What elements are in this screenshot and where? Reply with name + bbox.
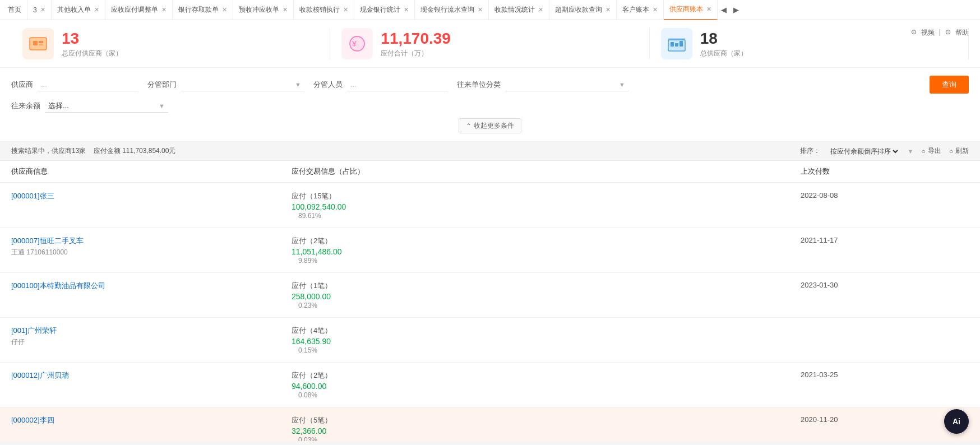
last-pay-cell-6: 2020-11-20 (801, 415, 969, 424)
close-prepay-charge[interactable]: ✕ (283, 6, 288, 13)
close-tab3[interactable]: ✕ (40, 6, 45, 13)
supplier-sub-2: 王通 17106110000 (11, 248, 292, 257)
supplier-input[interactable] (38, 78, 138, 91)
supplier-cell-6: [000002]李四 (11, 415, 292, 425)
supplier-filter-label: 供应商 (11, 80, 33, 90)
supplier-link-3[interactable]: [000100]本特勤油品有限公司 (11, 281, 105, 290)
nav-bank-deposit[interactable]: 银行存取款单 ✕ (173, 0, 233, 20)
col-supplier-info: 供应商信息 (11, 166, 292, 177)
supplier-link-6[interactable]: [000002]李四 (11, 416, 54, 424)
filter-row-2: 往来余额 选择... ▼ (11, 99, 969, 113)
total-suppliers-icon (661, 28, 692, 59)
separator: | (939, 28, 941, 38)
total-suppliers-label: 总供应商（家） (700, 49, 747, 58)
result-count: 搜索结果中，供应商13家 (11, 147, 86, 155)
collapse-button[interactable]: ⌃ 收起更多条件 (459, 118, 521, 133)
payable-cell-4: 应付（4笔） 164,635.90 0.15% (292, 326, 801, 354)
top-navigation: 首页 3 ✕ 其他收入单 ✕ 应收应付调整单 ✕ 银行存取款单 ✕ 预收冲应收单… (0, 0, 980, 20)
svg-text:¥: ¥ (352, 39, 357, 48)
dept-select[interactable] (181, 78, 304, 91)
nav-home[interactable]: 首页 (2, 0, 27, 20)
filter-section: 供应商 分管部门 ▼ 分管人员 往来单位分类 ▼ 查询 (0, 68, 980, 142)
nav-receipt-verify[interactable]: 收款核销执行 ✕ (294, 0, 354, 20)
filter-balance: 往来余额 选择... ▼ (11, 99, 168, 113)
export-button[interactable]: ○ 导出 (922, 146, 941, 156)
table-row: [000002]李四 应付（5笔） 32,366.00 0.03% 2020-1… (0, 407, 980, 441)
sort-label: 排序： (800, 146, 820, 156)
category-filter-label: 往来单位分类 (457, 80, 501, 90)
col-payable-info: 应付交易信息（占比） (292, 166, 801, 177)
nav-prev[interactable]: ◀ (718, 0, 730, 20)
table-row: [001]广州荣轩 仔仔 应付（4笔） 164,635.90 0.15% (0, 318, 980, 363)
video-link[interactable]: 视频 (921, 28, 935, 38)
person-input[interactable] (347, 78, 448, 91)
video-icon: ⊙ (911, 28, 917, 38)
close-overdue-query[interactable]: ✕ (605, 6, 611, 13)
close-customer-ledger[interactable]: ✕ (653, 6, 658, 13)
nav-receipt-stat[interactable]: 收款情况统计 ✕ (489, 0, 549, 20)
help-icon: ⊙ (945, 28, 951, 38)
query-button[interactable]: 查询 (930, 76, 969, 94)
close-cash-bank-stat[interactable]: ✕ (404, 6, 409, 13)
summary-bar: 13 总应付供应商（家） ¥ 11,170.39 应付合计（万） (0, 20, 980, 68)
supplier-sub-4: 仔仔 (11, 337, 292, 347)
payable-text: 11,170.39 应付合计（万） (381, 29, 451, 59)
collapse-up-icon: ⌃ (466, 122, 471, 130)
suppliers-label: 总应付供应商（家） (62, 49, 122, 58)
help-link[interactable]: 帮助 (955, 28, 969, 38)
payable-icon: ¥ (341, 28, 373, 59)
close-other-income[interactable]: ✕ (94, 6, 99, 13)
refresh-icon: ○ (949, 147, 953, 155)
balance-select[interactable]: 选择... (45, 99, 168, 113)
total-suppliers-number: 18 (700, 29, 747, 48)
close-supplier-ledger[interactable]: ✕ (706, 6, 711, 13)
payable-cell-2: 应付（2笔） 11,051,486.00 9.89% (292, 236, 801, 265)
nav-cash-flow[interactable]: 现金银行流水查询 ✕ (415, 0, 489, 20)
table-row: [000100]本特勤油品有限公司 应付（1笔） 258,000.00 0.23… (0, 273, 980, 318)
filter-category: 往来单位分类 ▼ (457, 78, 628, 91)
supplier-cell-4: [001]广州荣轩 仔仔 (11, 326, 292, 347)
supplier-cell-5: [000012]广州贝瑞 (11, 370, 292, 381)
nav-next[interactable]: ▶ (730, 0, 742, 20)
close-receipt-verify[interactable]: ✕ (343, 6, 348, 13)
nav-other-income[interactable]: 其他收入单 ✕ (52, 0, 105, 20)
nav-ar-ap-adjust[interactable]: 应收应付调整单 ✕ (105, 0, 173, 20)
sort-select[interactable]: 按应付余额倒序排序 (828, 147, 900, 156)
category-select-wrapper: ▼ (505, 78, 628, 91)
supplier-cell-1: [000001]张三 (11, 191, 292, 201)
nav-customer-ledger[interactable]: 客户账本 ✕ (617, 0, 664, 20)
suppliers-text: 13 总应付供应商（家） (62, 29, 122, 59)
total-suppliers-text: 18 总供应商（家） (700, 29, 747, 59)
refresh-button[interactable]: ○ 刷新 (949, 146, 969, 156)
svg-rect-8 (675, 43, 678, 47)
nav-cash-bank-stat[interactable]: 现金银行统计 ✕ (354, 0, 415, 20)
svg-rect-2 (39, 41, 43, 43)
close-ar-ap-adjust[interactable]: ✕ (161, 6, 167, 13)
payable-cell-5: 应付（2笔） 94,600.00 0.08% (292, 370, 801, 399)
supplier-link-2[interactable]: [000007]恒旺二手叉车 (11, 237, 84, 245)
ai-badge[interactable]: Ai (944, 409, 969, 434)
table-body: [000001]张三 应付（15笔） 100,092,540.00 89.61%… (0, 183, 980, 441)
filter-dept: 分管部门 ▼ (147, 78, 304, 91)
close-cash-flow[interactable]: ✕ (478, 6, 483, 13)
nav-overdue-query[interactable]: 超期应收款查询 ✕ (549, 0, 617, 20)
collapse-label: 收起更多条件 (474, 121, 514, 131)
nav-supplier-ledger[interactable]: 供应商账本 ✕ (664, 0, 718, 20)
supplier-link-5[interactable]: [000012]广州贝瑞 (11, 371, 69, 379)
payable-cell-1: 应付（15笔） 100,092,540.00 89.61% (292, 191, 801, 220)
payable-cell-6: 应付（5笔） 32,366.00 0.03% (292, 415, 801, 441)
dept-select-wrapper: ▼ (181, 78, 304, 91)
supplier-link-1[interactable]: [000001]张三 (11, 192, 54, 200)
close-bank-deposit[interactable]: ✕ (222, 6, 227, 13)
summary-card-suppliers: 13 总应付供应商（家） (11, 28, 330, 59)
table-header: 供应商信息 应付交易信息（占比） 上次付数 (0, 161, 980, 183)
supplier-link-4[interactable]: [001]广州荣轩 (11, 326, 57, 335)
result-amount: 应付金额 111,703,854.00元 (94, 147, 176, 155)
nav-prepay-charge[interactable]: 预收冲应收单 ✕ (233, 0, 294, 20)
collapse-bar: ⌃ 收起更多条件 (11, 118, 969, 133)
suppliers-icon (22, 28, 54, 59)
category-select[interactable] (505, 78, 628, 91)
payable-number: 11,170.39 (381, 29, 451, 48)
close-receipt-stat[interactable]: ✕ (538, 6, 543, 13)
nav-tab3[interactable]: 3 ✕ (27, 0, 52, 20)
